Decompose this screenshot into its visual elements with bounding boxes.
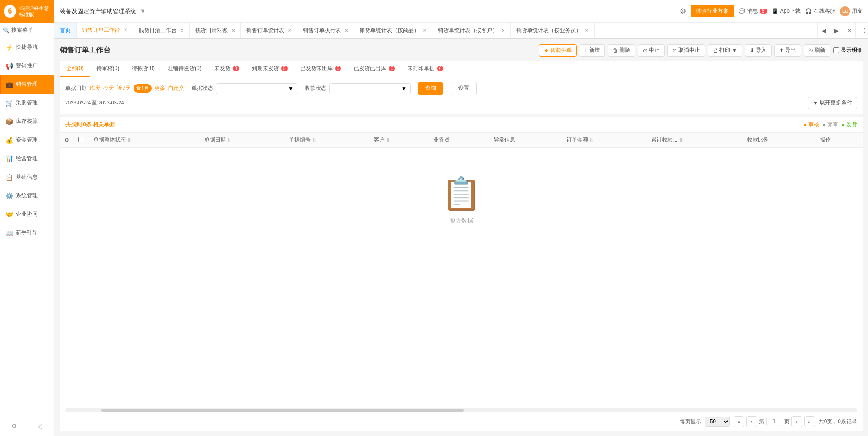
tab-summary-product[interactable]: 销货单统计表（按商品） ✕ (354, 23, 432, 39)
dropdown-icon[interactable]: ▼ (140, 8, 146, 14)
export-btn[interactable]: ⬆ 导出 (774, 44, 801, 57)
tab-cash-reconcile[interactable]: 钱货日清对账 ✕ (190, 23, 241, 39)
filter-tab-shipped-out[interactable]: 已发货已出库 0 (347, 61, 401, 77)
cancel-audit-btn[interactable]: ● 弃审 (823, 121, 838, 128)
page-last-btn[interactable]: » (804, 416, 815, 427)
page-first-btn[interactable]: « (734, 416, 744, 427)
smart-gen-btn[interactable]: ★ 智能生单 (539, 44, 577, 57)
online-service-action[interactable]: 🎧 在线客服 (805, 7, 835, 15)
filter-tab-not-printed[interactable]: 未打印单据 0 (401, 61, 450, 77)
add-btn[interactable]: + 新增 (580, 44, 605, 57)
payment-select[interactable]: ▼ (329, 83, 411, 94)
tab-cash-reconcile-close[interactable]: ✕ (231, 28, 235, 33)
sort-doc-date-icon[interactable]: ⇅ (227, 137, 231, 142)
filter-tab-all[interactable]: 全部(0) (60, 61, 90, 77)
tab-home[interactable]: 首页 (54, 23, 77, 39)
app-download-action[interactable]: 📱 App下载 (772, 7, 801, 15)
tab-cash-daily[interactable]: 钱货日清工作台 ✕ (133, 23, 190, 39)
sort-doc-status-icon[interactable]: ⇅ (127, 137, 131, 142)
page-input[interactable] (766, 417, 782, 426)
sidebar-settings-btn[interactable]: ⚙ (4, 420, 25, 432)
set-btn[interactable]: 设置 (451, 82, 477, 95)
query-btn[interactable]: 查询 (418, 82, 443, 95)
col-staff: 业务员 (429, 133, 489, 148)
system-title-text: 装备及固定资产辅助管理系统 (60, 7, 136, 15)
filter-tab-overdue[interactable]: 到期未发货 0 (245, 61, 294, 77)
app-download-label: App下载 (780, 7, 801, 15)
system-label: 系统管理 (16, 192, 38, 199)
tab-close-all-btn[interactable]: ✕ (843, 23, 855, 39)
header-settings-icon[interactable]: ⚙ (680, 7, 686, 15)
sort-order-amount-icon[interactable]: ⇅ (590, 137, 593, 142)
col-total-received-label: 累计收款... (651, 137, 677, 143)
tab-sales-stat[interactable]: 销售订单统计表 ✕ (241, 23, 297, 39)
sidebar-item-quick-nav[interactable]: ⚡ 快捷导航 (0, 38, 54, 57)
sidebar-item-sales[interactable]: 💼 销售管理 (0, 75, 54, 94)
sidebar-item-baseinfo[interactable]: 📋 基础信息 (0, 168, 54, 186)
tab-summary-customer[interactable]: 销货单统计表（按客户） ✕ (432, 23, 511, 39)
user-action[interactable]: Ea 用友 (840, 6, 863, 16)
date-more[interactable]: 更多 (154, 85, 165, 92)
sort-doc-no-icon[interactable]: ⇅ (312, 137, 316, 142)
filter-tab-wangpu[interactable]: 旺铺待发货(0) (161, 61, 208, 77)
horizontal-scrollbar[interactable] (65, 408, 857, 412)
page-next-btn[interactable]: › (791, 416, 802, 427)
industry-btn[interactable]: 体验行业方案 (691, 5, 734, 17)
tab-summary-product-close[interactable]: ✕ (423, 28, 427, 33)
tab-sales-order-close[interactable]: ✕ (124, 28, 127, 33)
audit-btn[interactable]: ● 审核 (803, 121, 819, 128)
filter-tab-pending-check[interactable]: 待拣货(0) (125, 61, 161, 77)
show-detail-checkbox-label[interactable]: 显示明细 (833, 47, 863, 54)
filter-tab-shipped-not-out[interactable]: 已发货未出库 0 (294, 61, 348, 77)
filter-tab-not-shipped[interactable]: 未发货 0 (208, 61, 245, 77)
tab-summary-staff-close[interactable]: ✕ (585, 28, 589, 33)
refresh-btn[interactable]: ↻ 刷新 (804, 44, 830, 57)
page-prev-btn[interactable]: ‹ (746, 416, 757, 427)
tab-sales-exec[interactable]: 销售订单执行表 ✕ (297, 23, 354, 39)
page-size-select[interactable]: 50 10 20 100 (705, 417, 730, 427)
sidebar-item-guide[interactable]: 📖 新手引导 (0, 223, 54, 242)
date-1month[interactable]: 近1月 (134, 84, 152, 93)
show-detail-checkbox[interactable] (833, 47, 839, 53)
sidebar-item-purchase[interactable]: 🛒 采购管理 (0, 94, 54, 112)
scrollbar-thumb[interactable] (101, 409, 464, 412)
sidebar-item-marketing[interactable]: 📢 营销推广 (0, 57, 54, 75)
date-custom[interactable]: 自定义 (168, 85, 184, 92)
tab-next-btn[interactable]: ▶ (830, 23, 843, 39)
sidebar-item-finance[interactable]: 💰 资金管理 (0, 131, 54, 149)
sidebar-item-enterprise[interactable]: 🤝 企业协同 (0, 205, 54, 223)
message-action[interactable]: 💬 消息 6 (739, 7, 767, 15)
tab-summary-customer-close[interactable]: ✕ (501, 28, 505, 33)
select-all-checkbox[interactable] (78, 137, 84, 142)
sidebar-item-operation[interactable]: 📊 经营管理 (0, 149, 54, 168)
import-btn[interactable]: ⬇ 导入 (745, 44, 772, 57)
sidebar-collapse-btn[interactable]: ◁ (29, 420, 51, 432)
suspend-btn[interactable]: ⊙ 中止 (638, 44, 665, 57)
tab-maximize-btn[interactable]: ⛶ (855, 23, 868, 39)
sort-customer-icon[interactable]: ⇅ (386, 137, 390, 142)
sidebar-search[interactable]: 🔍 搜索菜单 (0, 23, 54, 38)
col-settings[interactable]: ⚙ (60, 133, 74, 148)
status-select[interactable]: ▼ (216, 83, 297, 94)
expand-btn[interactable]: ▼ 展开更多条件 (808, 97, 857, 109)
tab-sales-stat-close[interactable]: ✕ (288, 28, 292, 33)
tab-summary-staff[interactable]: 销货单统计表（按业务员） ✕ (511, 23, 595, 39)
sort-total-received-icon[interactable]: ⇅ (679, 137, 683, 142)
sidebar-item-system[interactable]: ⚙️ 系统管理 (0, 186, 54, 205)
cancel-suspend-btn[interactable]: ⊙ 取消中止 (667, 44, 705, 57)
delete-btn[interactable]: 🗑 删除 (608, 44, 635, 57)
sidebar-item-inventory[interactable]: 📦 库存核算 (0, 112, 54, 131)
tab-sales-order[interactable]: 销售订单工作台 ✕ (77, 23, 133, 39)
tab-prev-btn[interactable]: ◀ (817, 23, 830, 39)
filter-tab-pending-review[interactable]: 待审核(0) (90, 61, 126, 77)
user-name-label: 用友 (852, 7, 863, 15)
tab-sales-exec-close[interactable]: ✕ (345, 28, 348, 33)
send-icon: ● (842, 122, 845, 128)
tab-cash-daily-close[interactable]: ✕ (180, 28, 184, 33)
date-7days[interactable]: 近7天 (117, 85, 131, 92)
col-checkbox[interactable] (74, 133, 89, 148)
date-yesterday[interactable]: 昨天 (90, 85, 101, 92)
send-btn[interactable]: ● 发货 (842, 121, 857, 128)
print-btn[interactable]: 🖨 打印 ▼ (708, 44, 742, 57)
date-today[interactable]: 今天 (103, 85, 114, 92)
